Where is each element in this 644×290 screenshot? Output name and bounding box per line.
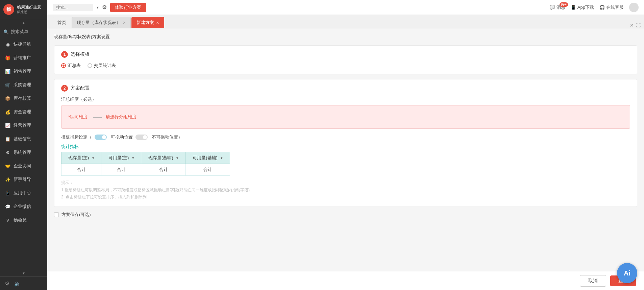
sidebar-item-guide[interactable]: ✨ 新手引导 bbox=[0, 173, 47, 186]
tab-expand-icon[interactable]: ⛶ bbox=[636, 23, 641, 28]
radio-cross-circle bbox=[88, 63, 92, 68]
finance-icon: 💰 bbox=[5, 109, 11, 115]
sidebar-scroll-up[interactable]: ▲ bbox=[0, 19, 47, 26]
logo-icon: 畅 bbox=[3, 4, 14, 15]
topbar-app-download[interactable]: 📱 App下载 bbox=[571, 4, 594, 10]
topbar-gear-icon[interactable]: ⚙ bbox=[102, 4, 107, 10]
topbar-search-input[interactable] bbox=[53, 4, 93, 11]
dimension-required: *纵向维度 bbox=[68, 114, 88, 120]
topbar-online-service[interactable]: 🎧 在线客服 bbox=[599, 4, 624, 10]
col-available-aux-label: 可用量(基辅) bbox=[193, 155, 218, 160]
tips-title: 提示： bbox=[61, 179, 630, 187]
sidebar-item-marketing[interactable]: 🎁 营销推广 bbox=[0, 51, 47, 65]
sidebar-item-system[interactable]: ⚙ 系统管理 bbox=[0, 146, 47, 159]
sidebar-item-member[interactable]: V 畅会员 bbox=[0, 213, 47, 227]
col-current-aux[interactable]: 现存量(基辅) ▾ bbox=[141, 152, 185, 164]
sidebar-item-label: 新手引导 bbox=[14, 176, 31, 183]
draggable-label: 可拖动位置 bbox=[111, 134, 133, 140]
radio-summary[interactable]: 汇总表 bbox=[61, 63, 81, 69]
sidebar-item-apps[interactable]: 📱 应用中心 bbox=[0, 186, 47, 200]
radio-summary-circle bbox=[61, 63, 66, 68]
sidebar-item-label: 企业微信 bbox=[14, 203, 31, 210]
tip-1: 1.拖动标题栏可以调整布局，不可跨维度或指标区域拖动栏目字段(只能在同一维度或指… bbox=[61, 187, 630, 194]
tab-close-all-icon[interactable]: ✕ bbox=[630, 23, 634, 28]
sidebar-item-inventory[interactable]: 📦 库存核算 bbox=[0, 92, 47, 105]
cell-summary-3: 合计 bbox=[141, 164, 185, 176]
message-icon: 💬 bbox=[550, 5, 555, 10]
company-icon: 🤝 bbox=[5, 163, 11, 169]
sidebar-item-label: 资金管理 bbox=[14, 109, 31, 115]
sidebar-item-purchase[interactable]: 🛒 采购管理 bbox=[0, 78, 47, 92]
topbar-right: 💬 消息 99+ 📱 App下载 🎧 在线客服 bbox=[550, 3, 639, 12]
sidebar-item-label: 基础信息 bbox=[14, 136, 31, 142]
sidebar: 畅 畅康通好生意 标准版 ▲ 🔍 搜索菜单 ◉ 快捷导航 🎁 营销推广 📊 销售… bbox=[0, 0, 47, 290]
radio-summary-label: 汇总表 bbox=[68, 63, 81, 69]
ai-floating-button[interactable]: Ai bbox=[617, 263, 637, 283]
sound-icon[interactable]: 🔈 bbox=[14, 280, 21, 287]
app-download-label: App下载 bbox=[577, 4, 594, 10]
tab-inventory-status[interactable]: 现存量（库存状况表） ✕ bbox=[72, 17, 131, 28]
col-available-main[interactable]: 可用量(主) ▾ bbox=[101, 152, 141, 164]
tab-new-plan[interactable]: 新建方案 ✕ bbox=[131, 17, 164, 28]
dimension-section-label: 汇总维度（必选） bbox=[61, 96, 630, 102]
sidebar-item-wechat[interactable]: 💬 企业微信 bbox=[0, 200, 47, 213]
col-current-aux-dropdown[interactable]: ▾ bbox=[176, 156, 178, 160]
operations-icon: 📈 bbox=[5, 122, 11, 128]
step2-header: 2 方案配置 bbox=[61, 85, 630, 92]
sidebar-item-label: 库存核算 bbox=[14, 95, 31, 101]
non-draggable-toggle bbox=[135, 135, 148, 140]
sidebar-search[interactable]: 🔍 搜索菜单 bbox=[0, 26, 47, 38]
sidebar-item-quick-nav[interactable]: ◉ 快捷导航 bbox=[0, 38, 47, 51]
dimension-box[interactable]: *纵向维度 —— 请选择分组维度 bbox=[61, 105, 630, 129]
tip-2: 2. 点击标题栏下拉可设置排序、插入列和删除列 bbox=[61, 194, 630, 201]
wechat-icon: 💬 bbox=[5, 203, 11, 210]
col-available-aux-dropdown[interactable]: ▾ bbox=[221, 156, 223, 160]
system-icon: ⚙ bbox=[5, 149, 11, 155]
action-bar: 取消 查询 bbox=[47, 271, 644, 290]
step1-card: 1 选择模板 汇总表 交叉统计表 bbox=[54, 45, 637, 74]
cancel-button[interactable]: 取消 bbox=[580, 275, 606, 287]
member-icon: V bbox=[5, 217, 11, 223]
col-available-main-dropdown[interactable]: ▾ bbox=[132, 156, 134, 160]
step2-card: 2 方案配置 汇总维度（必选） *纵向维度 —— 请选择分组维度 模板指标设定（… bbox=[54, 79, 637, 207]
col-current-main[interactable]: 现存量(主) ▾ bbox=[61, 152, 101, 164]
sidebar-item-sales[interactable]: 📊 销售管理 bbox=[0, 65, 47, 78]
topbar-messages[interactable]: 💬 消息 99+ bbox=[550, 4, 565, 10]
tab-home[interactable]: 首页 bbox=[53, 17, 71, 28]
main-area: ▾ ⚙ 体验行业方案 💬 消息 99+ 📱 App下载 🎧 在线客服 首页 bbox=[47, 0, 644, 290]
topbar: ▾ ⚙ 体验行业方案 💬 消息 99+ 📱 App下载 🎧 在线客服 bbox=[47, 0, 644, 15]
quick-nav-icon: ◉ bbox=[5, 41, 11, 47]
sidebar-scroll-down[interactable]: ▼ bbox=[0, 270, 47, 276]
tips-section: 提示： 1.拖动标题栏可以调整布局，不可跨维度或指标区域拖动栏目字段(只能在同一… bbox=[61, 179, 630, 201]
dimension-dash: —— bbox=[93, 115, 102, 120]
sidebar-logo: 畅 畅康通好生意 标准版 bbox=[0, 0, 47, 19]
page-title: 现存量(库存状况表)方案设置 bbox=[54, 34, 637, 40]
sidebar-item-finance[interactable]: 💰 资金管理 bbox=[0, 105, 47, 119]
table-summary-row: 合计 合计 合计 合计 bbox=[61, 164, 230, 176]
tab-inventory-close[interactable]: ✕ bbox=[123, 21, 126, 25]
cell-summary-2: 合计 bbox=[101, 164, 141, 176]
settings-icon[interactable]: ⚙ bbox=[5, 280, 9, 287]
col-current-main-dropdown[interactable]: ▾ bbox=[92, 156, 94, 160]
stats-table: 现存量(主) ▾ 可用量(主) ▾ 现存量(基辅) ▾ bbox=[61, 152, 230, 176]
draggable-toggle bbox=[95, 135, 107, 140]
tab-inventory-label: 现存量（库存状况表） bbox=[77, 20, 121, 26]
guide-icon: ✨ bbox=[5, 176, 11, 183]
sidebar-item-operations[interactable]: 📈 经营管理 bbox=[0, 119, 47, 132]
topbar-dropdown[interactable]: ▾ bbox=[97, 5, 99, 10]
template-radio-group: 汇总表 交叉统计表 bbox=[61, 63, 630, 69]
tab-new-plan-close[interactable]: ✕ bbox=[156, 21, 159, 25]
tab-new-plan-label: 新建方案 bbox=[137, 20, 154, 26]
topbar-cta-button[interactable]: 体验行业方案 bbox=[110, 3, 146, 12]
radio-cross[interactable]: 交叉统计表 bbox=[88, 63, 116, 69]
save-checkbox[interactable] bbox=[54, 212, 59, 217]
sidebar-item-label: 快捷导航 bbox=[14, 41, 31, 47]
col-available-aux[interactable]: 可用量(基辅) ▾ bbox=[185, 152, 230, 164]
online-service-label: 在线客服 bbox=[606, 4, 624, 10]
sidebar-item-company[interactable]: 🤝 企业协同 bbox=[0, 159, 47, 173]
user-avatar[interactable] bbox=[629, 3, 639, 12]
cell-summary-1: 合计 bbox=[61, 164, 101, 176]
sidebar-bottom: ⚙ 🔈 bbox=[0, 276, 47, 290]
inventory-icon: 📦 bbox=[5, 95, 11, 101]
sidebar-item-basics[interactable]: 📋 基础信息 bbox=[0, 132, 47, 146]
